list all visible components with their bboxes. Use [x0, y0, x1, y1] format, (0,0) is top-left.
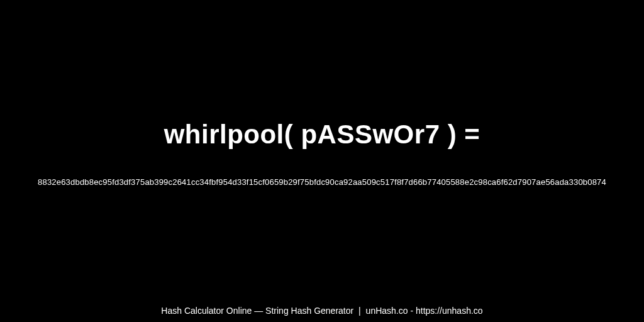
footer: Hash Calculator Online — String Hash Gen…	[0, 306, 644, 322]
footer-site-name: unHash.co	[366, 306, 408, 316]
footer-title: Hash Calculator Online — String Hash Gen…	[161, 306, 353, 316]
hash-expression-heading: whirlpool( pASSwOr7 ) =	[164, 119, 480, 150]
footer-separator: |	[356, 306, 363, 316]
hash-output-value: 8832e63dbdb8ec95fd3df375ab399c2641cc34fb…	[38, 177, 606, 187]
footer-site-url: https://unhash.co	[416, 306, 483, 316]
footer-separator-dash: -	[408, 306, 416, 316]
main-content: whirlpool( pASSwOr7 ) = 8832e63dbdb8ec95…	[0, 0, 644, 306]
